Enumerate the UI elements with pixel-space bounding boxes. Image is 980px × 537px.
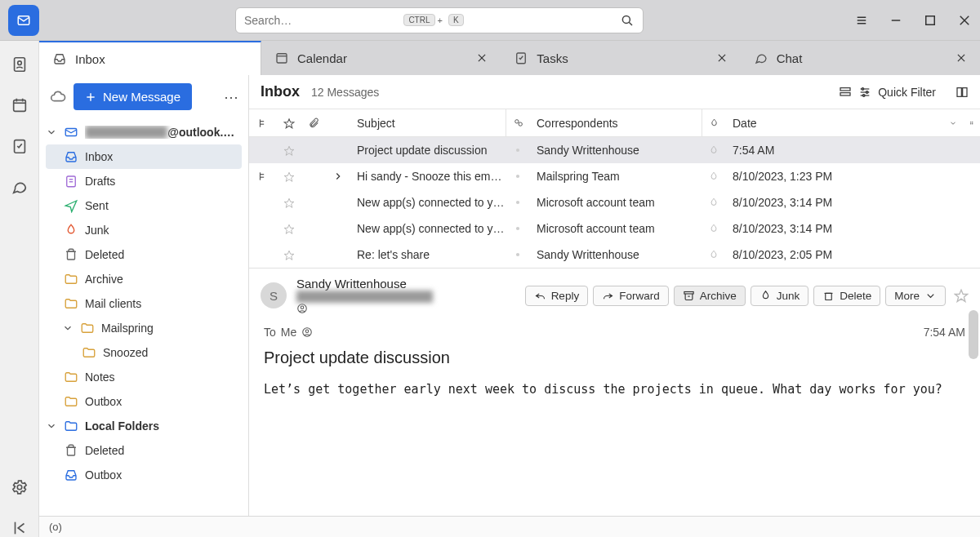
col-sort-icon[interactable] [942, 109, 964, 136]
folder-mailspring[interactable]: Mailspring [46, 316, 242, 340]
folder-label: Archive [85, 273, 123, 286]
expand-icon[interactable] [326, 215, 350, 242]
col-thread-icon[interactable] [249, 109, 277, 136]
maximize-button[interactable] [923, 13, 938, 28]
message-row[interactable]: Project update discussionSandy Writtenho… [249, 137, 980, 163]
tab-chat[interactable]: Chat [741, 41, 980, 75]
col-picker-icon[interactable] [964, 109, 980, 136]
priority-icon[interactable] [702, 215, 726, 242]
message-row[interactable]: Hi sandy - Snooze this em…Mailspring Tea… [249, 163, 980, 189]
more-button[interactable]: More [885, 286, 946, 306]
chevron-down-icon[interactable] [46, 420, 57, 432]
folder-archive[interactable]: Archive [46, 267, 242, 291]
read-indicator-icon[interactable] [506, 137, 530, 163]
account-row-local[interactable]: Local Folders [46, 414, 242, 438]
thread-icon[interactable] [249, 189, 277, 215]
chevron-down-icon[interactable] [62, 322, 74, 334]
expand-icon[interactable] [326, 189, 350, 215]
priority-icon[interactable] [702, 242, 726, 268]
folder-sent[interactable]: Sent [46, 193, 242, 218]
list-display-icon[interactable] [839, 86, 852, 99]
junk-button[interactable]: Junk [751, 286, 809, 306]
thread-icon[interactable] [249, 163, 277, 189]
rail-tasks-icon[interactable] [11, 137, 29, 155]
col-star-icon[interactable] [277, 109, 301, 136]
folder-snoozed[interactable]: Snoozed [46, 340, 242, 365]
scrollbar-thumb[interactable] [969, 310, 978, 359]
folder-local-outbox[interactable]: Outbox [46, 463, 242, 487]
folder-local-deleted[interactable]: Deleted [46, 438, 242, 463]
read-indicator-icon[interactable] [506, 163, 530, 189]
col-hot-icon[interactable] [702, 109, 726, 136]
expand-icon[interactable] [326, 242, 350, 268]
layout-icon[interactable] [956, 86, 969, 99]
rail-settings-icon[interactable] [11, 478, 29, 496]
reply-button[interactable]: Reply [525, 286, 589, 306]
read-indicator-icon[interactable] [506, 189, 530, 215]
quick-filter-icon[interactable] [858, 86, 871, 99]
rail-address-book-icon[interactable] [11, 55, 29, 73]
svg-point-60 [516, 227, 519, 230]
search-icon[interactable] [620, 13, 635, 28]
folder-outbox[interactable]: Outbox [46, 389, 242, 414]
new-message-label: New Message [103, 90, 180, 104]
priority-icon[interactable] [702, 163, 726, 189]
star-icon[interactable] [277, 137, 301, 163]
folder-inbox[interactable]: Inbox [46, 144, 242, 169]
close-icon[interactable] [716, 52, 728, 64]
thread-icon[interactable] [249, 137, 277, 163]
expand-icon[interactable] [326, 163, 350, 189]
tab-tasks[interactable]: Tasks [501, 41, 740, 75]
star-icon[interactable] [277, 242, 301, 268]
folder-sidebar: New Message ⋯ xxxxxxxxxxxxx@outlook.c… I… [39, 75, 249, 537]
get-messages-icon[interactable] [49, 88, 67, 106]
folder-mail-clients[interactable]: Mail clients [46, 291, 242, 316]
mailbox-icon [64, 125, 78, 140]
message-row[interactable]: New app(s) connected to y…Microsoft acco… [249, 215, 980, 242]
rail-collapse-icon[interactable] [11, 519, 29, 537]
col-subject[interactable]: Subject [350, 109, 506, 136]
col-date[interactable]: Date [726, 109, 942, 136]
global-search[interactable]: CTRL + K [235, 7, 644, 33]
star-icon[interactable] [277, 163, 301, 189]
close-icon[interactable] [956, 52, 967, 64]
svg-marker-55 [284, 172, 294, 181]
priority-icon[interactable] [702, 137, 726, 163]
col-read-icon[interactable] [506, 109, 530, 136]
tab-inbox[interactable]: Inbox [39, 41, 261, 75]
expand-icon[interactable] [326, 137, 350, 163]
message-row[interactable]: New app(s) connected to y…Microsoft acco… [249, 189, 980, 215]
read-indicator-icon[interactable] [506, 242, 530, 268]
read-indicator-icon[interactable] [506, 215, 530, 242]
thread-icon[interactable] [249, 215, 277, 242]
close-button[interactable] [957, 13, 972, 28]
rail-calendar-icon[interactable] [11, 96, 29, 114]
star-message-icon[interactable] [954, 288, 969, 303]
folder-drafts[interactable]: Drafts [46, 169, 242, 193]
sidebar-more-icon[interactable]: ⋯ [220, 85, 242, 109]
star-icon[interactable] [277, 189, 301, 215]
app-menu-icon[interactable] [854, 13, 869, 28]
star-icon[interactable] [277, 215, 301, 242]
quick-filter-label[interactable]: Quick Filter [878, 86, 936, 99]
reading-area: Inbox 12 Messages Quick Filter Subj [249, 75, 980, 537]
folder-deleted[interactable]: Deleted [46, 242, 242, 267]
folder-junk[interactable]: Junk [46, 218, 242, 242]
forward-button[interactable]: Forward [593, 286, 669, 306]
folder-notes[interactable]: Notes [46, 365, 242, 389]
thread-icon[interactable] [249, 242, 277, 268]
priority-icon[interactable] [702, 189, 726, 215]
tab-calendar[interactable]: Calendar [261, 41, 501, 75]
new-message-button[interactable]: New Message [74, 83, 192, 110]
archive-button[interactable]: Archive [674, 286, 746, 306]
rail-chat-icon[interactable] [11, 178, 29, 196]
chevron-down-icon[interactable] [46, 126, 57, 138]
search-input[interactable] [244, 14, 400, 27]
account-row[interactable]: xxxxxxxxxxxxx@outlook.c… [46, 120, 242, 144]
col-attachment-icon[interactable] [301, 109, 326, 136]
col-correspondents[interactable]: Correspondents [530, 109, 702, 136]
minimize-button[interactable] [889, 13, 903, 28]
close-icon[interactable] [476, 52, 488, 64]
delete-button[interactable]: Delete [813, 286, 880, 306]
message-row[interactable]: Re: let's shareSandy Writtenhouse8/10/20… [249, 242, 980, 268]
